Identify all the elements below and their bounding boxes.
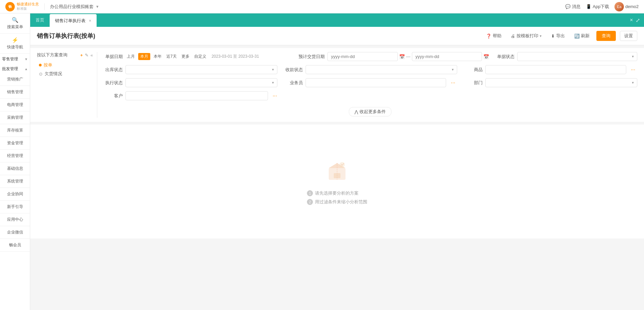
sidebar-item-finance[interactable]: 资金管理 [0, 137, 30, 150]
scheme-dot-active [39, 64, 42, 66]
filter-panel-inner: 按以下方案查询 + ✎ « 按单 ⊙ [37, 52, 637, 118]
salesman-input[interactable] [306, 78, 446, 87]
out-status-label: 出库状态 [103, 67, 123, 73]
sidebar-item-sales[interactable]: 销售管理 [0, 86, 30, 99]
app-title-dropdown-btn[interactable]: ▾ [96, 4, 99, 9]
calendar-end-icon[interactable]: 📅 [483, 54, 489, 59]
sidebar-item-operation[interactable]: 经营管理 [0, 150, 30, 162]
sidebar-item-wechat[interactable]: 企业微信 [0, 226, 30, 239]
svg-point-4 [339, 162, 345, 167]
status-select-wrap: ▾ [517, 52, 637, 61]
add-scheme-btn[interactable]: + [80, 53, 83, 58]
expected-date-label: 预计交货日期 [299, 54, 325, 60]
tab-close-btn[interactable]: × [89, 18, 91, 23]
customer-label: 客户 [103, 93, 123, 99]
hint-num-2: 2 [307, 199, 313, 205]
sidebar-item-cooperation[interactable]: 企业协同 [0, 188, 30, 201]
scheme-item-按单[interactable]: 按单 [37, 61, 93, 69]
sidebar-item-appstore[interactable]: 应用中心 [0, 213, 30, 226]
header-left: 畅 畅捷通好生意 标准版 办公用品行业模拟账套 ▾ [5, 2, 99, 11]
sidebar-item-marketing[interactable]: 营销推广 [0, 73, 30, 86]
app-title: 办公用品行业模拟账套 ▾ [50, 4, 99, 10]
collapse-sidebar-btn[interactable]: « [91, 53, 93, 58]
main-layout: 🔍 搜索菜单 ⚡ 快捷导航 零售管理 批发管理 营销推广 销售管理 电商管理 采… [0, 13, 644, 310]
date-last7-btn[interactable]: 近7天 [165, 53, 178, 60]
sidebar-item-wholesale[interactable]: 批发管理 [0, 63, 30, 73]
tab-home[interactable]: 首页 [30, 13, 50, 27]
date-more-btn[interactable]: 更多 [180, 53, 191, 60]
tab-active[interactable]: 销售订单执行表 × [50, 14, 97, 28]
receipt-status-label: 收款状态 [283, 67, 303, 73]
sidebar-item-basic[interactable]: 基础信息 [0, 162, 30, 175]
sidebar-item-purchase[interactable]: 采购管理 [0, 111, 30, 124]
sidebar-item-inventory[interactable]: 库存核算 [0, 124, 30, 137]
dept-select[interactable] [485, 78, 637, 87]
receipt-status-field: 收款状态 ▾ [283, 65, 458, 74]
hint-num-1: 1 [307, 190, 313, 196]
goods-label: 商品 [463, 67, 483, 73]
search-icon: 🔍 [12, 17, 18, 23]
status-label: 单据状态 [494, 54, 515, 60]
customer-more-btn[interactable]: ··· [271, 93, 279, 99]
out-status-field: 出库状态 ▾ [103, 65, 277, 74]
page-title: 销售订单执行表(按单) [37, 32, 95, 40]
sidebar-item-retail[interactable]: 零售管理 [0, 54, 30, 63]
refresh-icon: 🔄 [574, 34, 580, 39]
print-btn[interactable]: 🖨 按模板打印 ▾ [508, 32, 544, 40]
exec-status-select[interactable] [125, 78, 277, 87]
help-btn[interactable]: ❓ 帮助 [483, 32, 504, 40]
scheme-item-欠货情况[interactable]: ⊙ 欠货情况 [37, 69, 93, 78]
salesman-label: 业务员 [283, 80, 303, 86]
date-this-month-btn[interactable]: 本月 [138, 53, 150, 60]
collapse-btn[interactable]: ⋀ 收起更多条件 [349, 107, 391, 116]
message-icon: 💬 [565, 4, 571, 9]
status-select[interactable] [517, 52, 637, 61]
page-content: 销售订单执行表(按单) ❓ 帮助 🖨 按模板打印 ▾ ⬇ 导出 [30, 27, 644, 310]
expected-date-end[interactable] [412, 52, 482, 61]
sidebar-item-quicknav[interactable]: ⚡ 快捷导航 [0, 34, 30, 54]
dept-field: 部门 ▾ [463, 78, 637, 87]
message-action[interactable]: 💬 消息 [565, 4, 581, 10]
content-area: 首页 销售订单执行表 × × ⤢ 销售订单执行表(按单) ❓ 帮助 [30, 13, 644, 310]
filter-row-3: 执行状态 ▾ 业务员 [103, 78, 637, 87]
export-icon: ⬇ [551, 34, 555, 39]
export-btn[interactable]: ⬇ 导出 [548, 32, 568, 40]
settings-btn[interactable]: 设置 [620, 31, 637, 41]
sidebar-item-ecommerce[interactable]: 电商管理 [0, 99, 30, 111]
calendar-start-icon[interactable]: 📅 [399, 54, 405, 59]
filter-sidebar-header: 按以下方案查询 + ✎ « [37, 52, 93, 58]
filter-row-4: 客户 ··· [103, 91, 637, 100]
filter-sidebar: 按以下方案查询 + ✎ « 按单 ⊙ [37, 52, 97, 118]
salesman-more-btn[interactable]: ··· [449, 80, 457, 86]
date-prev-month-btn[interactable]: 上月 [125, 53, 136, 60]
app-download-action[interactable]: 📱 App下载 [586, 4, 609, 10]
sidebar-item-newbie[interactable]: 新手引导 [0, 201, 30, 213]
svg-rect-3 [334, 173, 340, 178]
refresh-btn[interactable]: 🔄 刷新 [572, 32, 592, 40]
user-profile[interactable]: Ea demo2 [614, 2, 639, 11]
print-icon: 🖨 [511, 34, 515, 39]
empty-state: 1 请先选择要分析的方案 2 用过滤条件来缩小分析范围 [30, 138, 644, 225]
receipt-status-select[interactable] [306, 65, 458, 74]
date-this-year-btn[interactable]: 本年 [152, 53, 163, 60]
expand-window-btn[interactable]: ⤢ [636, 17, 640, 23]
goods-more-btn[interactable]: ··· [629, 67, 637, 73]
sidebar-item-member[interactable]: 畅会员 [0, 239, 30, 252]
tab-bar: 首页 销售订单执行表 × × ⤢ [30, 13, 644, 27]
exec-status-field: 执行状态 ▾ [103, 78, 277, 87]
filter-form: 单据日期 上月 本月 本年 近7天 更多 自定义 2023-03-01 至 20… [97, 52, 637, 118]
query-btn[interactable]: 查询 [596, 31, 616, 41]
edit-scheme-btn[interactable]: ✎ [85, 53, 89, 58]
customer-input[interactable] [125, 91, 268, 100]
sidebar-item-search[interactable]: 🔍 搜索菜单 [0, 13, 30, 34]
exec-status-select-wrap: ▾ [125, 78, 277, 87]
expected-date-start[interactable] [327, 52, 398, 61]
close-window-btn[interactable]: × [630, 17, 633, 23]
collapse-icon: ⋀ [355, 109, 358, 114]
goods-input[interactable] [485, 65, 626, 74]
out-status-select[interactable] [125, 65, 277, 74]
date-custom-btn[interactable]: 自定义 [193, 53, 208, 60]
tab-bar-actions: × ⤢ [630, 17, 644, 23]
avatar: Ea [614, 2, 624, 11]
sidebar-item-system[interactable]: 系统管理 [0, 175, 30, 188]
